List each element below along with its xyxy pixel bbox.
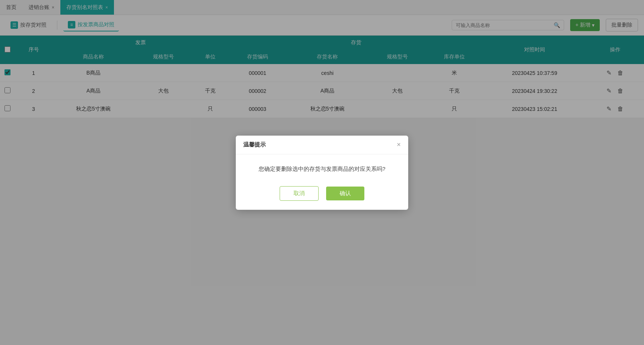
- modal-overlay: 温馨提示 × 您确定要删除选中的存货与发票商品的对应关系吗? 取消 确认: [0, 0, 644, 118]
